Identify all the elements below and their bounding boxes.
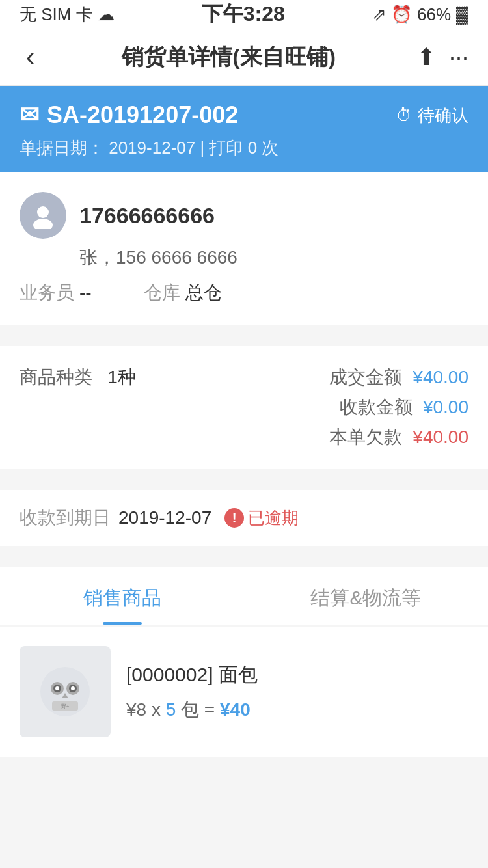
product-type-value: 1种 (107, 367, 136, 387)
product-thumbnail: 野+ (20, 646, 111, 737)
due-date-value: 2019-12-07 (118, 508, 211, 528)
tabs-container: 销售商品 结算&物流等 (0, 567, 488, 625)
battery-icon: ⇗ ⏰ (372, 5, 412, 25)
share-icon[interactable]: ⬆ (416, 44, 436, 71)
quantity-value: 5 (166, 699, 176, 720)
overdue-badge: ! 已逾期 (224, 507, 299, 530)
product-price: ¥8 x 5 包 = ¥40 (126, 698, 468, 722)
order-date-value: 2019-12-07 (109, 138, 195, 157)
customer-detail: 张，156 6666 6666 (20, 245, 468, 270)
product-name: [0000002] 面包 (126, 662, 468, 688)
salesperson-value: -- (79, 282, 92, 303)
warehouse-value: 总仓 (185, 280, 222, 305)
deal-amount-row: 成交金额 ¥40.00 (329, 365, 468, 390)
nav-bar: ‹ 销货单详情(来自旺铺) ⬆ ··· (0, 29, 488, 86)
order-header: ✉ SA-20191207-002 ⏱ 待确认 单据日期： 2019-12-07… (0, 86, 488, 172)
deal-amount-value: ¥40.00 (413, 367, 468, 388)
svg-point-1 (33, 219, 53, 229)
page-title: 销货单详情(来自旺铺) (122, 42, 336, 72)
product-item: 野+ [0000002] 面包 ¥8 x 5 包 = ¥40 (20, 627, 468, 757)
product-info: [0000002] 面包 ¥8 x 5 包 = ¥40 (126, 662, 468, 722)
order-status: ⏱ 待确认 (396, 104, 468, 127)
product-type-row: 商品种类 1种 (20, 365, 136, 390)
svg-point-7 (55, 686, 59, 690)
status-bar: 无 SIM 卡 ☁ 下午3:28 ⇗ ⏰ 66% ▓ (0, 0, 488, 29)
warehouse-item: 仓库 总仓 (144, 280, 222, 305)
tab-settlement-label: 结算&物流等 (310, 587, 421, 608)
product-name-text: 面包 (219, 664, 258, 685)
product-type-label: 商品种类 (20, 367, 92, 387)
received-amount-row: 收款金额 ¥0.00 (340, 395, 468, 420)
status-right: ⇗ ⏰ 66% ▓ (372, 5, 468, 25)
order-date: 单据日期： 2019-12-07 | 打印 0 次 (20, 137, 468, 159)
salesperson-item: 业务员 -- (20, 280, 92, 305)
svg-point-8 (71, 686, 75, 690)
divider-3 (0, 556, 488, 567)
product-code: [0000002] (126, 664, 213, 685)
nav-actions: ⬆ ··· (416, 44, 468, 71)
deal-amount-label: 成交金额 (329, 365, 402, 390)
more-icon[interactable]: ··· (449, 44, 468, 71)
tab-sales-products[interactable]: 销售商品 (0, 567, 244, 625)
salesperson-label: 业务员 (20, 280, 74, 305)
summary-section: 商品种类 1种 成交金额 ¥40.00 收款金额 ¥0.00 本单欠款 ¥40.… (0, 346, 488, 469)
total-value: ¥40 (220, 699, 251, 720)
customer-meta: 业务员 -- 仓库 总仓 (20, 280, 468, 305)
battery-indicator: ▓ (456, 5, 468, 25)
warehouse-label: 仓库 (144, 280, 180, 305)
order-id-row: ✉ SA-20191207-002 ⏱ 待确认 (20, 102, 468, 129)
received-amount-label: 收款金额 (340, 395, 413, 420)
divider-1 (0, 335, 488, 346)
order-status-text: 待确认 (418, 104, 468, 127)
divider-2 (0, 480, 488, 490)
due-date-label: 收款到期日 (20, 506, 111, 530)
overdue-icon: ! (224, 508, 244, 528)
svg-text:野+: 野+ (61, 703, 70, 709)
debt-amount-label: 本单欠款 (329, 425, 402, 450)
price-value: ¥8 (126, 699, 146, 720)
price-multiply: x (152, 699, 166, 720)
product-list: 野+ [0000002] 面包 ¥8 x 5 包 = ¥40 (0, 627, 488, 757)
equals-sign: = (204, 699, 220, 720)
status-left: 无 SIM 卡 ☁ (20, 3, 115, 26)
summary-right: 成交金额 ¥40.00 收款金额 ¥0.00 本单欠款 ¥40.00 (329, 365, 468, 450)
tab-settlement[interactable]: 结算&物流等 (244, 567, 488, 625)
back-button[interactable]: ‹ (20, 36, 41, 78)
order-id-text: SA-20191207-002 (47, 102, 238, 129)
order-id: ✉ SA-20191207-002 (20, 102, 238, 129)
received-amount-value: ¥0.00 (423, 397, 468, 418)
summary-left: 商品种类 1种 (20, 365, 136, 390)
product-thumb-image: 野+ (20, 646, 111, 737)
customer-row: 17666666666 (20, 192, 468, 239)
status-time: 下午3:28 (202, 0, 285, 29)
order-icon: ✉ (20, 102, 39, 129)
tab-sales-label: 销售商品 (83, 587, 161, 608)
sim-status: 无 SIM 卡 ☁ (20, 3, 115, 26)
battery-level: 66% (417, 5, 451, 25)
debt-amount-value: ¥40.00 (413, 427, 468, 448)
svg-point-0 (37, 206, 49, 218)
customer-section: 17666666666 张，156 6666 6666 业务员 -- 仓库 总仓 (0, 172, 488, 325)
customer-avatar (20, 192, 66, 239)
due-date-section: 收款到期日 2019-12-07 ! 已逾期 (0, 490, 488, 546)
unit-value: 包 (181, 699, 199, 720)
debt-amount-row: 本单欠款 ¥40.00 (329, 425, 468, 450)
order-print-info: | 打印 0 次 (200, 138, 278, 157)
order-date-label: 单据日期： (20, 138, 104, 157)
customer-phone: 17666666666 (79, 203, 215, 228)
content-area (0, 757, 488, 868)
status-clock-icon: ⏱ (396, 105, 413, 126)
overdue-text: 已逾期 (248, 507, 299, 530)
